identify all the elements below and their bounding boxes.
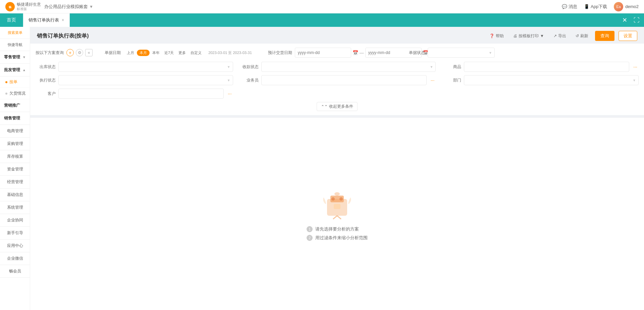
sidebar-system[interactable]: 系统管理 [0, 201, 30, 214]
receipt-status-select[interactable] [261, 62, 436, 72]
sidebar-operations[interactable]: 经营管理 [0, 176, 30, 189]
expected-date-start-input[interactable] [295, 48, 351, 58]
settings-button[interactable]: 设置 [619, 31, 637, 41]
export-button[interactable]: ↗ 导出 [551, 32, 569, 40]
salesperson-field: 业务员 ··· [238, 75, 436, 85]
sidebar-member[interactable]: 畅会员 [0, 265, 30, 278]
help-icon: ❓ [489, 34, 494, 38]
ship-status-select[interactable] [58, 62, 233, 72]
prev-month-btn[interactable]: 上月 [125, 50, 136, 56]
empty-state: 1 请先选择要分析的方案 2 用过滤条件来缩小分析范围 [30, 118, 644, 310]
active-dot-icon [5, 81, 7, 83]
tab-bar-right: ✕ ⛶ [620, 15, 644, 25]
dept-field: 部门 ▼ [441, 75, 639, 85]
current-year-btn[interactable]: 本年 [150, 50, 162, 56]
collapse-button[interactable]: ⌃⌃ 收起更多条件 [317, 102, 358, 111]
dept-select[interactable] [464, 75, 639, 85]
svg-line-8 [337, 216, 341, 219]
dept-label: 部门 [441, 78, 461, 83]
sidebar-basic[interactable]: 基础信息 [0, 189, 30, 201]
current-month-btn[interactable]: 本月 [137, 50, 150, 56]
app-download-button[interactable]: 📱 App下载 [584, 4, 607, 10]
settings-scheme-button[interactable]: ⚙ [76, 49, 83, 56]
customer-label: 客户 [36, 91, 56, 97]
status-select[interactable] [428, 48, 495, 58]
customer-input[interactable] [58, 89, 224, 99]
salesperson-input[interactable] [261, 75, 427, 85]
sidebar-enterprise[interactable]: 企业协同 [0, 214, 30, 227]
tab-active[interactable]: 销售订单执行表 × [23, 13, 70, 27]
refresh-button[interactable]: ↺ 刷新 [573, 32, 591, 40]
sidebar-app-center[interactable]: 应用中心 [0, 240, 30, 252]
logo-text: 畅捷通好生意 标准版 [17, 2, 41, 11]
sidebar-section-marketing[interactable]: 营销推广 [0, 99, 30, 112]
page-header: 销售订单执行表(按单) ❓ 帮助 🖨 按模板打印 ▼ ↗ 导出 ↺ 刷新 [30, 27, 644, 44]
sidebar-item-press-single[interactable]: 按单 [0, 76, 30, 88]
sidebar-wechat[interactable]: 企业微信 [0, 252, 30, 265]
add-scheme-button[interactable]: + [66, 49, 74, 56]
salesperson-more-icon[interactable]: ··· [429, 78, 436, 83]
goods-input[interactable] [464, 62, 629, 72]
sidebar-purchase[interactable]: 采购管理 [0, 138, 30, 150]
svg-point-9 [334, 192, 340, 196]
query-button[interactable]: 查询 [595, 31, 614, 41]
receipt-status-label: 收款状态 [238, 64, 259, 70]
sidebar: 搜索菜单 快捷导航 零售管理 ▼ 批发管理 ▲ 按单 欠货情况 营销推广 销售管… [0, 27, 30, 310]
tab-close-window-button[interactable]: ✕ [620, 15, 629, 25]
inactive-dot-icon [5, 93, 7, 95]
filter-row-1: 出库状态 ▼ 收款状态 ▼ 商品 [36, 62, 639, 72]
ship-status-select-wrapper: ▼ [58, 62, 233, 72]
status-select-wrapper: ▼ [428, 48, 495, 58]
filter-scheme-label: 按以下方案查询 [36, 50, 64, 56]
content-area: 销售订单执行表(按单) ❓ 帮助 🖨 按模板打印 ▼ ↗ 导出 ↺ 刷新 [30, 27, 644, 310]
fold-panel-button[interactable]: « [85, 49, 93, 56]
refresh-icon: ↺ [576, 34, 579, 38]
sidebar-section-wholesale[interactable]: 批发管理 ▲ [0, 64, 30, 76]
collapse-row: ⌃⌃ 收起更多条件 [36, 102, 639, 111]
dept-select-wrapper: ▼ [464, 75, 639, 85]
tab-home[interactable]: 首页 [0, 13, 23, 27]
page-title: 销售订单执行表(按单) [37, 33, 89, 40]
sidebar-quick-nav[interactable]: 快捷导航 [0, 39, 30, 51]
help-button[interactable]: ❓ 帮助 [487, 32, 506, 40]
tab-close-icon[interactable]: × [62, 18, 64, 22]
customer-more-icon[interactable]: ··· [226, 91, 233, 96]
print-button[interactable]: 🖨 按模板打印 ▼ [511, 32, 547, 40]
calendar-start-icon[interactable]: 📅 [353, 50, 358, 55]
user-avatar: Ea [614, 2, 623, 11]
sidebar-section-retail[interactable]: 零售管理 ▼ [0, 51, 30, 64]
svg-point-4 [331, 197, 335, 201]
custom-btn[interactable]: 自定义 [189, 50, 204, 56]
goods-more-icon[interactable]: ··· [632, 64, 639, 69]
more-btn[interactable]: 更多 [176, 50, 188, 56]
tab-maximize-button[interactable]: ⛶ [632, 15, 641, 25]
tab-bar: 首页 销售订单执行表 × ✕ ⛶ [0, 13, 644, 27]
customer-field: 客户 ··· [36, 89, 233, 99]
sidebar-newbie[interactable]: 新手引导 [0, 227, 30, 240]
user-area[interactable]: Ea demo2 [614, 2, 639, 11]
empty-hints: 1 请先选择要分析的方案 2 用过滤条件来缩小分析范围 [307, 226, 368, 241]
svg-rect-6 [334, 204, 340, 209]
ship-status-label: 出库状态 [36, 64, 56, 70]
sidebar-section-sales[interactable]: 销售管理 [0, 112, 30, 125]
receipt-status-field: 收款状态 ▼ [238, 62, 436, 72]
top-header: 畅 畅捷通好生意 标准版 办公用品行业模拟账套 ▼ 💬 消息 📱 App下载 E… [0, 0, 644, 13]
logo-area: 畅 畅捷通好生意 标准版 [5, 2, 41, 11]
exec-status-select[interactable] [58, 75, 233, 85]
status-label: 单据状态 [405, 50, 425, 56]
salesperson-label: 业务员 [238, 78, 259, 83]
message-button[interactable]: 💬 消息 [562, 4, 577, 10]
header-right: 💬 消息 📱 App下载 Ea demo2 [562, 2, 639, 11]
page-actions: ❓ 帮助 🖨 按模板打印 ▼ ↗ 导出 ↺ 刷新 查询 设置 [487, 31, 637, 41]
retail-arrow-icon: ▼ [22, 55, 26, 59]
sidebar-inventory[interactable]: 库存核算 [0, 150, 30, 163]
sidebar-finance[interactable]: 资金管理 [0, 163, 30, 176]
recent7-btn[interactable]: 近7天 [162, 50, 176, 56]
hint-number-2: 2 [307, 235, 313, 241]
date-range-display: 2023-03-01 至 2023-03-31 [208, 50, 252, 55]
sidebar-item-debt[interactable]: 欠货情况 [0, 88, 30, 99]
sidebar-search[interactable]: 搜索菜单 [0, 27, 30, 39]
sidebar-ecommerce[interactable]: 电商管理 [0, 125, 30, 138]
hint-number-1: 1 [307, 226, 313, 232]
download-icon: 📱 [584, 4, 589, 9]
